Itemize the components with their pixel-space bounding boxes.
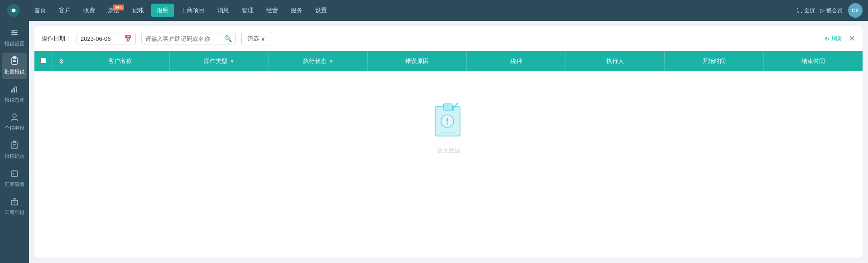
nav-item-客户[interactable]: 客户 xyxy=(53,4,76,17)
member-button[interactable]: ▷ 畅会员 xyxy=(820,7,843,15)
exec-status-column-header: 执行状态 ▼ xyxy=(269,51,368,71)
nav-item-设置[interactable]: 设置 xyxy=(310,4,332,17)
sidebar-item-settlement[interactable]: ¥汇算清缴 xyxy=(2,165,27,191)
nav-item-收费[interactable]: 收费 xyxy=(78,4,101,17)
table-header: ⚙ 客户名称 操作类型 ▼ 执行状态 ▼ 错误原因 税种 执行人 开始时间 结束… xyxy=(34,51,863,71)
checkbox-column-header xyxy=(34,51,53,71)
svg-point-29 xyxy=(446,123,448,125)
toolbar-right: ↻ 刷新 ✕ xyxy=(825,34,855,43)
date-input[interactable] xyxy=(81,35,121,42)
nav-item-工商项目[interactable]: 工商项目 xyxy=(176,4,210,17)
settings-icon[interactable]: ⚙ xyxy=(59,58,64,65)
error-reason-column-header: 错误原因 xyxy=(368,51,467,71)
op-type-filter-icon[interactable]: ▼ xyxy=(230,59,235,64)
nav-item-票据[interactable]: 票据new xyxy=(102,4,125,17)
end-time-column-header: 结束时间 xyxy=(763,51,863,71)
sidebar-item-tax-summary[interactable]: 报税总览 xyxy=(2,81,27,107)
search-box[interactable]: 🔍 xyxy=(141,33,236,44)
nav-item-报税[interactable]: 报税 xyxy=(151,4,174,17)
svg-rect-14 xyxy=(16,87,17,93)
svg-point-6 xyxy=(15,32,17,34)
avatar[interactable]: CE xyxy=(848,3,863,18)
sidebar-item-personal-tax[interactable]: 个税申报 xyxy=(2,109,27,135)
member-icon: ▷ xyxy=(820,7,825,14)
fullscreen-icon: ⛶ xyxy=(797,7,802,14)
refresh-icon: ↻ xyxy=(825,35,830,42)
tax-type-column-header: 税种 xyxy=(467,51,566,71)
filter-button[interactable]: 筛选 ∨ xyxy=(241,32,271,45)
nav-item-服务[interactable]: 服务 xyxy=(285,4,308,17)
nav-right: ⛶ 全屏 ▷ 畅会员 CE xyxy=(797,3,863,18)
sidebar-item-label: 工商年报 xyxy=(5,209,24,216)
search-icon: 🔍 xyxy=(224,35,232,42)
svg-rect-12 xyxy=(11,90,13,93)
content-panel: 操作日期： 📅 🔍 筛选 ∨ ↻ 刷新 xyxy=(34,26,863,258)
fullscreen-button[interactable]: ⛶ 全屏 xyxy=(797,7,815,15)
settings-column-header: ⚙ xyxy=(53,51,71,71)
empty-text: 暂无数据 xyxy=(437,146,460,155)
table-body: 暂无数据 xyxy=(34,71,863,182)
select-all-checkbox[interactable] xyxy=(40,58,46,63)
sidebar-item-batch-tax[interactable]: 批量报税 xyxy=(2,53,27,79)
tax-record-icon xyxy=(10,141,19,151)
sidebar-item-annual-report[interactable]: 工商年报 xyxy=(2,193,27,219)
chevron-down-icon: ∨ xyxy=(261,35,265,42)
svg-rect-28 xyxy=(446,118,448,122)
tax-settings-icon xyxy=(10,28,19,39)
svg-rect-26 xyxy=(443,104,452,110)
data-table: ⚙ 客户名称 操作类型 ▼ 执行状态 ▼ 错误原因 税种 执行人 开始时间 结束… xyxy=(34,51,863,182)
nav-item-首页[interactable]: 首页 xyxy=(29,4,52,17)
svg-rect-13 xyxy=(14,88,15,93)
app-logo[interactable] xyxy=(5,2,22,19)
nav-item-记账[interactable]: 记账 xyxy=(127,4,149,17)
filter-label: 筛选 xyxy=(247,34,259,43)
personal-tax-icon xyxy=(10,112,19,123)
svg-point-7 xyxy=(12,34,14,35)
close-button[interactable]: ✕ xyxy=(849,34,855,43)
table-wrapper: ⚙ 客户名称 操作类型 ▼ 执行状态 ▼ 错误原因 税种 执行人 开始时间 结束… xyxy=(34,51,863,258)
main-content: 操作日期： 📅 🔍 筛选 ∨ ↻ 刷新 xyxy=(29,21,868,263)
svg-text:¥: ¥ xyxy=(13,172,14,175)
empty-icon xyxy=(431,98,467,139)
customer-column-header: 客户名称 xyxy=(71,51,170,71)
search-input[interactable] xyxy=(145,35,221,42)
tax-summary-icon xyxy=(10,84,19,95)
batch-tax-icon xyxy=(10,56,19,67)
sidebar-item-label: 报税记录 xyxy=(5,153,24,160)
sidebar-item-tax-settings[interactable]: 报税设置 xyxy=(2,24,27,51)
sidebar-item-label: 报税总览 xyxy=(5,97,24,103)
date-label: 操作日期： xyxy=(42,34,71,43)
svg-point-1 xyxy=(12,9,15,12)
date-picker[interactable]: 📅 xyxy=(77,33,136,44)
nav-item-管理[interactable]: 管理 xyxy=(236,4,259,17)
empty-state: 暂无数据 xyxy=(34,71,863,182)
sidebar-item-label: 个税申报 xyxy=(5,125,24,132)
sidebar-item-label: 汇算清缴 xyxy=(5,181,24,188)
toolbar: 操作日期： 📅 🔍 筛选 ∨ ↻ 刷新 xyxy=(34,26,863,51)
main-layout: 报税设置批量报税报税总览个税申报报税记录¥汇算清缴工商年报 操作日期： 📅 🔍 … xyxy=(0,21,868,263)
op-type-column-header: 操作类型 ▼ xyxy=(170,51,269,71)
executor-column-header: 执行人 xyxy=(566,51,665,71)
nav-badge: new xyxy=(113,5,124,10)
svg-point-5 xyxy=(12,30,14,32)
refresh-button[interactable]: ↻ 刷新 xyxy=(825,34,843,43)
svg-point-15 xyxy=(13,114,16,117)
settlement-icon: ¥ xyxy=(10,169,19,179)
nav-item-经营[interactable]: 经营 xyxy=(261,4,283,17)
sidebar-item-tax-record[interactable]: 报税记录 xyxy=(2,137,27,163)
sidebar: 报税设置批量报税报税总览个税申报报税记录¥汇算清缴工商年报 xyxy=(0,21,29,263)
exec-status-filter-icon[interactable]: ▼ xyxy=(329,59,333,64)
start-time-column-header: 开始时间 xyxy=(665,51,764,71)
top-navigation: 首页客户收费票据new记账报税工商项目消息管理经营服务设置 ⛶ 全屏 ▷ 畅会员… xyxy=(0,0,868,21)
annual-report-icon xyxy=(10,197,19,207)
nav-item-消息[interactable]: 消息 xyxy=(212,4,235,17)
sidebar-item-label: 批量报税 xyxy=(5,68,24,75)
nav-items: 首页客户收费票据new记账报税工商项目消息管理经营服务设置 xyxy=(29,4,797,17)
calendar-icon: 📅 xyxy=(124,35,132,42)
sidebar-item-label: 报税设置 xyxy=(5,40,24,47)
